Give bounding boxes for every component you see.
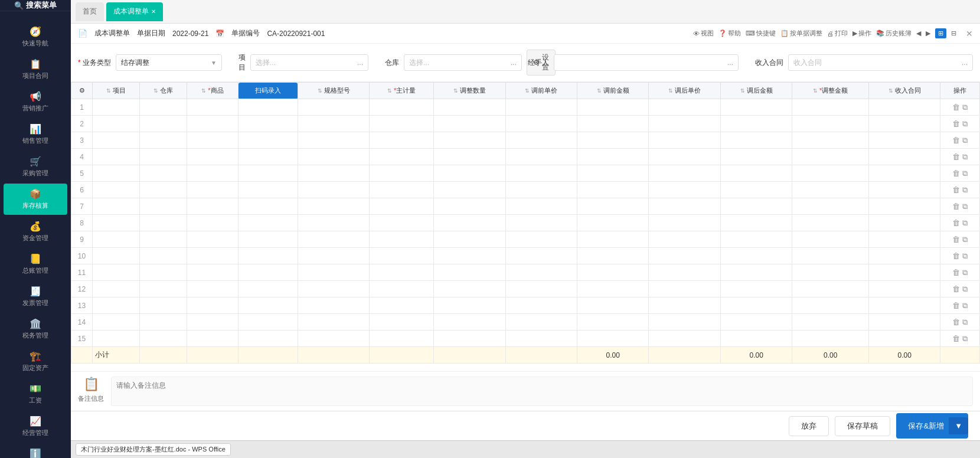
tab-close-icon[interactable]: ✕ [151,8,156,15]
table-cell[interactable] [187,331,239,347]
table-cell[interactable] [505,198,577,215]
table-cell[interactable] [577,165,649,182]
table-cell[interactable] [139,248,187,264]
table-cell[interactable] [93,248,140,264]
table-cell[interactable] [239,149,298,165]
table-cell[interactable] [434,165,505,182]
tab-cost-adjust[interactable]: 成本调整单 ✕ [106,2,163,21]
table-cell[interactable] [370,132,434,149]
table-cell[interactable] [434,331,505,347]
table-cell[interactable] [370,231,434,248]
table-cell[interactable] [434,198,505,215]
table-cell[interactable] [792,132,869,149]
table-cell[interactable] [93,281,140,297]
table-cell[interactable] [649,314,720,331]
table-cell[interactable] [505,248,577,264]
table-cell[interactable] [298,297,369,314]
table-cell[interactable] [93,132,140,149]
table-cell[interactable] [139,331,187,347]
table-cell[interactable] [93,231,140,248]
sidebar-item-purchase-mgmt[interactable]: 🛒 采购管理 [4,151,67,182]
table-cell[interactable] [792,182,869,198]
income-contract-dots[interactable]: ... [962,58,968,67]
table-cell[interactable] [577,182,649,198]
save-new-arrow[interactable]: ▼ [949,417,968,434]
table-cell[interactable] [239,215,298,231]
copy-icon[interactable]: ⧉ [962,202,968,211]
table-cell[interactable] [434,264,505,281]
table-cell[interactable] [93,198,140,215]
table-cell[interactable] [869,264,940,281]
table-cell[interactable] [370,116,434,132]
table-cell[interactable] [505,331,577,347]
close-window-btn[interactable]: ✕ [966,29,973,38]
sidebar-item-fixed-assets[interactable]: 🏗️ 固定资产 [4,346,67,377]
table-cell[interactable] [239,231,298,248]
copy-icon[interactable]: ⧉ [962,103,968,112]
sidebar-item-ops-mgmt[interactable]: 📈 经营管理 [4,411,67,442]
save-new-button[interactable]: 保存&新增 ▼ [896,413,968,439]
table-cell[interactable] [187,264,239,281]
layout2-btn[interactable]: ⊟ [951,30,956,37]
table-cell[interactable] [720,248,792,264]
copy-icon[interactable]: ⧉ [962,136,968,145]
view-btn[interactable]: 👁 视图 [693,29,714,38]
table-cell[interactable] [239,264,298,281]
table-cell[interactable] [505,149,577,165]
table-cell[interactable] [434,99,505,116]
copy-icon[interactable]: ⧉ [962,334,968,344]
table-cell[interactable] [298,132,369,149]
table-cell[interactable] [370,149,434,165]
handler-input[interactable]: ... [554,54,739,71]
table-cell[interactable] [434,248,505,264]
table-cell[interactable] [649,215,720,231]
table-cell[interactable] [93,331,140,347]
table-cell[interactable] [869,116,940,132]
project-dots[interactable]: ... [357,58,363,67]
table-cell[interactable] [720,198,792,215]
table-cell[interactable] [239,99,298,116]
table-cell[interactable] [298,182,369,198]
table-cell[interactable] [239,182,298,198]
project-input[interactable]: 选择... ... [250,54,368,71]
table-cell[interactable] [720,165,792,182]
delete-icon[interactable]: 🗑 [952,218,960,227]
table-cell[interactable] [649,149,720,165]
table-cell[interactable] [187,198,239,215]
table-cell[interactable] [239,116,298,132]
table-cell[interactable] [434,215,505,231]
table-cell[interactable] [577,198,649,215]
delete-icon[interactable]: 🗑 [952,152,960,161]
table-cell[interactable] [298,165,369,182]
sidebar-item-ledger-mgmt[interactable]: 📒 总账管理 [4,248,67,280]
table-cell[interactable] [139,264,187,281]
table-cell[interactable] [187,297,239,314]
table-cell[interactable] [239,248,298,264]
note-icon-area[interactable]: 📋 备注信息 [78,377,104,403]
table-cell[interactable] [869,331,940,347]
table-cell[interactable] [577,264,649,281]
delete-icon[interactable]: 🗑 [952,119,960,128]
table-cell[interactable] [577,248,649,264]
table-cell[interactable] [649,231,720,248]
table-cell[interactable] [187,281,239,297]
table-cell[interactable] [434,281,505,297]
warehouse-input[interactable]: 选择... ... [404,54,522,71]
table-cell[interactable] [139,314,187,331]
table-cell[interactable] [434,314,505,331]
table-cell[interactable] [649,132,720,149]
table-cell[interactable] [720,116,792,132]
delete-icon[interactable]: 🗑 [952,284,960,293]
copy-icon[interactable]: ⧉ [962,119,968,129]
copy-icon[interactable]: ⧉ [962,251,968,261]
table-cell[interactable] [298,215,369,231]
table-cell[interactable] [577,99,649,116]
table-cell[interactable] [187,149,239,165]
table-cell[interactable] [720,215,792,231]
table-cell[interactable] [187,231,239,248]
sidebar-item-capital-mgmt[interactable]: 💰 资金管理 [4,216,67,247]
table-cell[interactable] [93,149,140,165]
table-cell[interactable] [577,149,649,165]
table-cell[interactable] [792,99,869,116]
table-cell[interactable] [239,297,298,314]
